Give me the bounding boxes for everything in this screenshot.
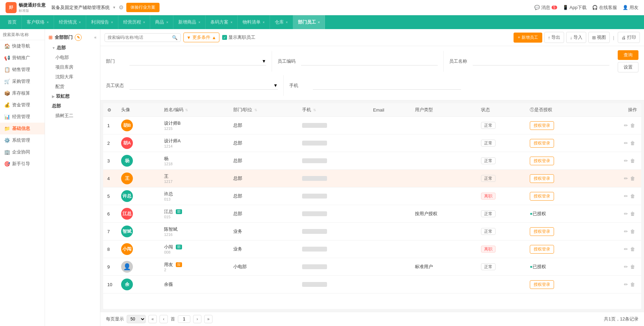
auth-login-button[interactable]: 授权登录 — [530, 280, 554, 289]
th-settings[interactable]: ⚙ — [103, 103, 117, 117]
sidebar-item-guide[interactable]: 🎯 新手引导 — [0, 158, 45, 170]
th-name[interactable]: 姓名/编码 ⇅ — [160, 103, 229, 117]
tab-customers-close[interactable]: × — [47, 20, 49, 24]
tab-dept-staff-close[interactable]: × — [318, 20, 320, 24]
reset-button[interactable]: 设置 — [618, 62, 638, 72]
delete-button[interactable]: 🗑 — [630, 229, 635, 234]
edit-button[interactable]: ✏ — [624, 246, 628, 252]
filter-emp-status-select[interactable]: ▼ — [129, 81, 278, 90]
tab-barcode-close[interactable]: × — [230, 20, 233, 24]
tab-profit[interactable]: 利润报告 × — [86, 15, 118, 29]
edit-button[interactable]: ✏ — [624, 211, 628, 217]
trial-button[interactable]: 体验行业方案 — [126, 3, 160, 12]
filter-phone-input[interactable] — [313, 81, 461, 90]
system-title-dropdown-icon[interactable]: ▼ — [112, 6, 116, 9]
tree-item-project-room[interactable]: 项目库房 — [45, 62, 100, 72]
next-page-button[interactable]: › — [193, 315, 201, 323]
auth-login-button[interactable]: 授权登录 — [530, 121, 554, 130]
sidebar-item-inventory[interactable]: 📦 库存核算 — [0, 87, 45, 99]
tab-materials[interactable]: 物料清单 × — [238, 15, 270, 29]
tab-operations-close[interactable]: × — [79, 20, 81, 24]
delete-button[interactable]: 🗑 — [630, 123, 635, 128]
delete-button[interactable]: 🗑 — [630, 264, 635, 270]
tab-history-close[interactable]: × — [143, 20, 145, 24]
filter-search-input[interactable] — [108, 35, 171, 40]
tab-new-goods-close[interactable]: × — [198, 20, 200, 24]
delete-button[interactable]: 🗑 — [630, 140, 635, 146]
delete-button[interactable]: 🗑 — [630, 158, 635, 164]
edit-button[interactable]: ✏ — [624, 229, 628, 234]
tab-profit-close[interactable]: × — [111, 20, 113, 24]
view-button[interactable]: ⊞ 视图 — [588, 32, 610, 43]
sidebar-item-purchase[interactable]: 🛒 采购管理 — [0, 76, 45, 87]
prev-page-button[interactable]: ‹ — [160, 315, 168, 323]
th-dept[interactable]: 部门/职位 ⇅ — [229, 103, 298, 117]
tree-item-headquarters[interactable]: ▼ 总部 — [45, 43, 100, 53]
message-button[interactable]: 💬 消息 5 — [534, 5, 557, 11]
tab-materials-close[interactable]: × — [263, 20, 265, 24]
auth-login-button[interactable]: 授权登录 — [530, 245, 554, 254]
sidebar-item-basic-info[interactable]: 📁 基础信息 — [0, 123, 45, 134]
tree-item-shenyang[interactable]: 沈阳大库 — [45, 72, 100, 82]
auth-login-button[interactable]: 授权登录 — [530, 227, 554, 236]
sidebar-item-finance[interactable]: 💰 资金管理 — [0, 99, 45, 111]
sidebar-item-operations-mgr[interactable]: 📊 经营管理 — [0, 111, 45, 123]
last-page-button[interactable]: » — [204, 315, 212, 323]
tab-goods-close[interactable]: × — [166, 20, 168, 24]
edit-button[interactable]: ✏ — [624, 264, 628, 270]
tab-goods[interactable]: 商品 × — [150, 15, 173, 29]
delete-button[interactable]: 🗑 — [630, 246, 635, 252]
search-button[interactable]: 查询 — [618, 50, 638, 60]
dept-tree-edit-button[interactable]: ✎ — [75, 34, 82, 41]
th-phone[interactable]: 手机 ⇅ — [298, 103, 369, 117]
tab-customers[interactable]: 客户联络 × — [22, 15, 54, 29]
sidebar-item-system[interactable]: ⚙️ 系统管理 — [0, 134, 45, 146]
auth-login-button[interactable]: 授权登录 — [530, 174, 554, 183]
sidebar-item-marketing[interactable]: 📢 营销推广 — [0, 52, 45, 64]
tab-dept-staff[interactable]: 部门员工 × — [293, 15, 325, 29]
dept-tree-collapse-icon[interactable]: « — [94, 35, 97, 40]
sidebar-item-enterprise[interactable]: 🏢 企业协同 — [0, 146, 45, 158]
settings-icon[interactable]: ⚙ — [119, 4, 124, 11]
tab-warehouse[interactable]: 仓库 × — [270, 15, 293, 29]
tree-item-hq2[interactable]: 总部 — [45, 101, 100, 111]
tree-item-distribution[interactable]: 配货 — [45, 82, 100, 91]
online-service-button[interactable]: 🎧 在线客服 — [592, 5, 617, 11]
show-resigned-checkbox[interactable]: ✓ — [222, 35, 227, 40]
auth-login-button[interactable]: 授权登录 — [530, 192, 554, 201]
sidebar-item-quick-nav[interactable]: 🏠 快捷导航 — [0, 40, 45, 52]
edit-button[interactable]: ✏ — [624, 140, 628, 146]
user-menu[interactable]: 👤 用友 — [623, 5, 638, 11]
filter-emp-code-input[interactable] — [301, 57, 438, 65]
sidebar-search-input[interactable] — [3, 32, 45, 37]
edit-button[interactable]: ✏ — [624, 282, 628, 287]
delete-button[interactable]: 🗑 — [630, 193, 635, 199]
delete-button[interactable]: 🗑 — [630, 211, 635, 217]
show-resigned-toggle[interactable]: ✓ 显示离职员工 — [222, 34, 255, 41]
more-filter-button[interactable]: ▼ 更多条件 ▲ — [183, 33, 219, 42]
edit-button[interactable]: ✏ — [624, 123, 628, 128]
auth-login-button[interactable]: 授权登录 — [530, 139, 554, 148]
filter-dept-select[interactable]: ▼ — [129, 57, 266, 65]
tree-item-planting[interactable]: 插树王二 — [45, 111, 100, 121]
sidebar-item-sales[interactable]: 📋 销售管理 — [0, 64, 45, 76]
tab-warehouse-close[interactable]: × — [286, 20, 288, 24]
auth-login-button[interactable]: 授权登录 — [530, 157, 554, 165]
tree-item-small-elec[interactable]: 小电部 — [45, 53, 100, 62]
tab-history[interactable]: 经营历程 × — [118, 15, 151, 29]
tab-barcode[interactable]: 条码方案 × — [206, 15, 238, 29]
edit-button[interactable]: ✏ — [624, 158, 628, 164]
tab-operations[interactable]: 经营情况 × — [54, 15, 86, 29]
app-download-button[interactable]: 📱 App下载 — [563, 5, 587, 11]
edit-button[interactable]: ✏ — [624, 193, 628, 199]
tab-new-goods[interactable]: 新增商品 × — [173, 15, 206, 29]
print-button[interactable]: 🖨 打印 — [618, 32, 640, 43]
import-button[interactable]: ↓ 导入 — [566, 32, 586, 43]
page-size-select[interactable]: 50 100 200 — [127, 315, 146, 323]
delete-button[interactable]: 🗑 — [630, 282, 635, 287]
edit-button[interactable]: ✏ — [624, 176, 628, 181]
tab-home[interactable]: 首页 — [3, 15, 22, 29]
page-number-input[interactable] — [178, 315, 190, 323]
filter-emp-name-input[interactable] — [473, 57, 609, 65]
tree-item-double-dream[interactable]: ▶ 双虹想 — [45, 91, 100, 101]
